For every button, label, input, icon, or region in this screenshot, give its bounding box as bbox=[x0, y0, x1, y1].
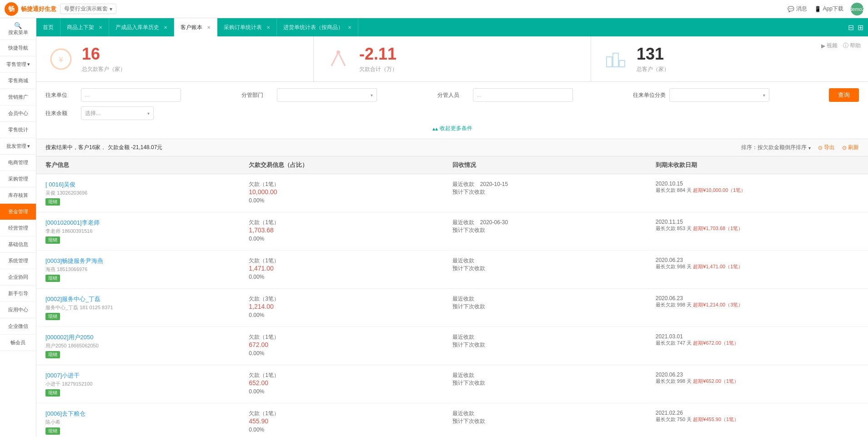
customer-name-link[interactable]: [0006]去下粮仓 bbox=[45, 410, 85, 417]
collapse-button[interactable]: ▴▴ 收起更多条件 bbox=[45, 125, 859, 132]
store-name: 母婴行业演示账套 bbox=[64, 5, 108, 13]
debt-info-cell: 欠款（1笔） 455.90 0.00% bbox=[249, 410, 452, 435]
next-collection: 预计下次收款 bbox=[452, 341, 656, 349]
due-date-cell: 2021.03.01 最长欠款 747 天 超期¥672.00（1笔） bbox=[656, 333, 859, 358]
sidebar-search[interactable]: 🔍 搜索菜单 bbox=[0, 18, 36, 40]
overdue-amount-link[interactable]: 超期¥1,471.00（1笔） bbox=[693, 264, 743, 269]
customer-name-link[interactable]: [0007]小进干 bbox=[45, 372, 80, 379]
customer-name-link[interactable]: [0002]服务中心_丁磊 bbox=[45, 296, 100, 302]
sidebar-item-marketing[interactable]: 营销推广 bbox=[0, 89, 36, 105]
overdue-amount-link[interactable]: 超期¥10,000.00（1笔） bbox=[693, 187, 746, 193]
collection-cell: 最近收款 预计下次收款 bbox=[452, 372, 656, 397]
next-collection: 预计下次收款 bbox=[452, 303, 656, 311]
tab-minimize-icon[interactable]: ⊟ bbox=[848, 23, 854, 32]
table-row: [0007]小进干 小进干 18279152100 现销 欠款（1笔） 652.… bbox=[36, 365, 868, 403]
sidebar-item-app-center[interactable]: 应用中心 bbox=[0, 302, 36, 318]
help-button[interactable]: ⓘ 帮助 bbox=[843, 42, 861, 50]
overdue-amount-link[interactable]: 超期¥1,214.00（3笔） bbox=[693, 302, 743, 307]
debt-info-cell: 欠款（1笔） 1,703.68 0.00% bbox=[249, 219, 452, 244]
export-button[interactable]: ⊙ 导出 bbox=[818, 144, 835, 151]
debt-amount[interactable]: 1,703.68 bbox=[249, 226, 452, 234]
staff-input[interactable]: ... bbox=[473, 88, 573, 102]
sidebar: 🔍 搜索菜单 快捷导航 零售管理▾ 零售商城 营销推广 会员中心 零售统计 批发… bbox=[0, 18, 36, 437]
store-selector[interactable]: 母婴行业演示账套 ▾ bbox=[60, 4, 116, 14]
balance-select[interactable]: 选择... bbox=[81, 106, 154, 120]
customer-info-cell: [0003]畅捷服务尹海燕 海燕 18513066976 现销 bbox=[45, 257, 249, 282]
overdue-days: 最长欠款 747 天 超期¥672.00（1笔） bbox=[656, 340, 859, 347]
sidebar-item-member-vip[interactable]: 畅会员 bbox=[0, 335, 36, 351]
video-button[interactable]: ▶ 视频 bbox=[821, 42, 838, 50]
user-menu[interactable]: demo2 bbox=[851, 3, 863, 15]
sidebar-item-new-guide[interactable]: 新手引导 bbox=[0, 286, 36, 302]
sidebar-item-retail-mgmt[interactable]: 零售管理▾ bbox=[0, 56, 36, 73]
debt-amount[interactable]: 455.90 bbox=[249, 417, 452, 425]
message-button[interactable]: 💬 消息 bbox=[788, 5, 807, 13]
tab-purchase-order[interactable]: 采购订单统计表 ✕ bbox=[217, 18, 277, 36]
tab-close-product-offline[interactable]: ✕ bbox=[99, 25, 102, 30]
sidebar-item-basic-info[interactable]: 基础信息 bbox=[0, 236, 36, 253]
refresh-button[interactable]: ⊙ 刷新 bbox=[842, 144, 859, 151]
tab-customer-account[interactable]: 客户账本 ✕ bbox=[174, 18, 217, 36]
help-label: 帮助 bbox=[850, 42, 861, 50]
debt-amount[interactable]: 10,000.00 bbox=[249, 188, 452, 196]
debt-amount[interactable]: 672.00 bbox=[249, 341, 452, 348]
sidebar-item-retail-mall[interactable]: 零售商城 bbox=[0, 73, 36, 89]
sort-select[interactable]: 排序：按欠款金额倒序排序 bbox=[741, 144, 811, 151]
tab-close-purchase-order[interactable]: ✕ bbox=[266, 25, 270, 30]
debt-amount[interactable]: 1,471.00 bbox=[249, 265, 452, 272]
source-unit-input[interactable]: ... bbox=[81, 88, 181, 102]
sidebar-item-system[interactable]: 系统管理 bbox=[0, 253, 36, 269]
overdue-amount-link[interactable]: 超期¥455.90（1笔） bbox=[693, 417, 739, 422]
sidebar-item-quick-nav[interactable]: 快捷导航 bbox=[0, 40, 36, 56]
tab-expand-icon[interactable]: ⊞ bbox=[858, 23, 863, 32]
sidebar-item-operations[interactable]: 经营管理 bbox=[0, 220, 36, 236]
sidebar-item-member-center[interactable]: 会员中心 bbox=[0, 105, 36, 122]
message-icon: 💬 bbox=[788, 6, 794, 12]
stat-top-actions: ▶ 视频 ⓘ 帮助 bbox=[821, 42, 861, 50]
tab-close-customer-account[interactable]: ✕ bbox=[207, 25, 211, 30]
app-download-label: App下载 bbox=[823, 5, 843, 13]
due-date: 2021.02.26 bbox=[656, 410, 859, 416]
app-download-button[interactable]: 📱 App下载 bbox=[814, 5, 843, 13]
balance-placeholder: 选择... bbox=[85, 110, 100, 117]
overdue-amount-link[interactable]: 超期¥652.00（1笔） bbox=[693, 378, 739, 384]
department-select[interactable] bbox=[277, 88, 377, 102]
retail-stats-label: 零售统计 bbox=[2, 126, 34, 133]
svg-rect-3 bbox=[607, 57, 612, 67]
table-row: [0006]去下粮仓 陈小希 现销 欠款（1笔） 455.90 0.00% 最近… bbox=[36, 403, 868, 437]
overdue-amount-link[interactable]: 超期¥672.00（1笔） bbox=[693, 340, 739, 346]
debt-amount[interactable]: 652.00 bbox=[249, 379, 452, 387]
top-bar-right: 💬 消息 📱 App下载 demo2 bbox=[788, 3, 863, 15]
tab-home[interactable]: 首页 bbox=[36, 18, 60, 36]
search-button[interactable]: 查询 bbox=[829, 88, 859, 102]
customer-name-link[interactable]: [0003]畅捷服务尹海燕 bbox=[45, 257, 103, 264]
overdue-amount-link[interactable]: 超期¥1,703.68（1笔） bbox=[693, 226, 743, 231]
chevron-down-icon: ▾ bbox=[110, 6, 112, 12]
customer-name-link[interactable]: [0001020001]李老师 bbox=[45, 219, 100, 226]
sidebar-item-ecommerce[interactable]: 电商管理 bbox=[0, 155, 36, 171]
tab-product-offline[interactable]: 商品上下架 ✕ bbox=[60, 18, 109, 36]
debt-percent: 0.00% bbox=[249, 427, 452, 433]
tab-close-product-history[interactable]: ✕ bbox=[164, 25, 167, 30]
tab-product-history[interactable]: 产成品入库单历史 ✕ bbox=[109, 18, 174, 36]
sidebar-item-inventory[interactable]: 库存核算 bbox=[0, 187, 36, 204]
sidebar-item-finance[interactable]: 资金管理 bbox=[0, 204, 36, 220]
category-select[interactable] bbox=[669, 88, 769, 102]
stats-bar: ¥ 16 总欠款客户（家） bbox=[36, 36, 868, 82]
table-row: [0001020001]李老师 李老师 18600391516 现销 欠款（1笔… bbox=[36, 212, 868, 251]
tab-close-purchase-stats[interactable]: ✕ bbox=[348, 25, 351, 30]
sidebar-item-enterprise-coop[interactable]: 企业协同 bbox=[0, 269, 36, 286]
filter-category: 往来单位分类 bbox=[633, 88, 822, 102]
sidebar-item-batch-mgmt[interactable]: 批发管理▾ bbox=[0, 138, 36, 155]
tab-purchase-stats[interactable]: 进货单统计表（按商品） ✕ bbox=[277, 18, 358, 36]
sidebar-item-purchase[interactable]: 采购管理 bbox=[0, 171, 36, 187]
sidebar-item-enterprise-wx[interactable]: 企业微信 bbox=[0, 318, 36, 335]
debt-percent: 0.00% bbox=[249, 236, 452, 242]
customer-name-link[interactable]: [ 0016]吴俊 bbox=[45, 181, 75, 188]
sidebar-item-retail-stats[interactable]: 零售统计 bbox=[0, 122, 36, 138]
debt-amount[interactable]: 1,214.00 bbox=[249, 303, 452, 310]
debt-info-cell: 欠款（3笔） 1,214.00 0.00% bbox=[249, 295, 452, 320]
due-date: 2020.06.23 bbox=[656, 257, 859, 263]
member-center-label: 会员中心 bbox=[2, 110, 34, 117]
customer-name-link[interactable]: [000002]用户2050 bbox=[45, 334, 94, 341]
